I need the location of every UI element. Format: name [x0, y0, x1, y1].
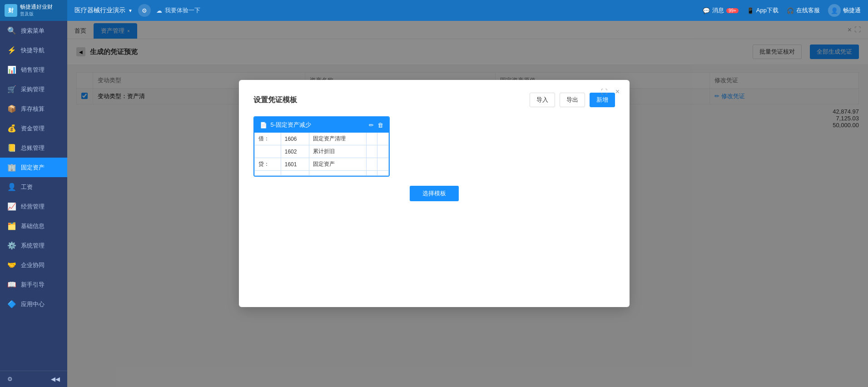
- import-button[interactable]: 导入: [530, 93, 555, 107]
- sidebar-item-guide[interactable]: 📖 新手引导: [0, 275, 67, 294]
- close-icon[interactable]: ×: [612, 86, 623, 97]
- sidebar-footer: ⚙ ◀◀: [0, 371, 67, 387]
- sidebar-label-inventory: 库存核算: [21, 105, 45, 113]
- user-icon: 👤: [7, 183, 16, 191]
- entry-code: [281, 171, 309, 176]
- export-button[interactable]: 导出: [560, 93, 585, 107]
- experience-label: 我要体验一下: [165, 6, 200, 15]
- money-icon: 💰: [7, 124, 16, 133]
- modal-set-template: 设置凭证模板 导入 导出 新增 ⛶ × 📄 5-固定资产减少 ✏ 🗑 借： 16…: [239, 80, 630, 307]
- experience-button[interactable]: ☁ 我要体验一下: [156, 6, 200, 15]
- entry-credit: [377, 145, 388, 158]
- lightning-icon: ⚡: [7, 46, 16, 55]
- chevron-down-icon: ▼: [128, 8, 133, 13]
- headset-icon: 🎧: [787, 7, 794, 14]
- sidebar-label-payroll: 工资: [21, 183, 33, 191]
- entry-debit: [367, 158, 377, 171]
- edit-template-icon[interactable]: ✏: [369, 122, 374, 129]
- sidebar-label-finance: 资金管理: [21, 124, 45, 133]
- logo-sub: 普及版: [20, 11, 53, 17]
- template-card-title: 5-固定资产减少: [271, 121, 312, 129]
- entry-code: 1602: [281, 145, 309, 158]
- gear-icon: ⚙️: [7, 241, 16, 250]
- entry-credit: [377, 158, 388, 171]
- entry-type: [254, 145, 281, 158]
- sidebar-label-enterprise: 企业协同: [21, 261, 45, 269]
- sidebar-item-operations[interactable]: 📈 经营管理: [0, 197, 67, 216]
- modal-header: 设置凭证模板 导入 导出 新增: [253, 93, 615, 107]
- entry-name: 固定资产清理: [309, 133, 366, 145]
- entry-debit: [367, 133, 377, 145]
- phone-icon: 📱: [747, 7, 754, 14]
- topbar-right: 💬 消息 99+ 📱 App下载 🎧 在线客服 👤 畅捷通: [703, 4, 868, 17]
- sidebar-item-ledger[interactable]: 📒 总账管理: [0, 138, 67, 158]
- online-service-button[interactable]: 🎧 在线客服: [787, 6, 820, 15]
- template-card-header-actions: ✏ 🗑: [369, 122, 383, 129]
- sidebar-item-purchase[interactable]: 🛒 采购管理: [0, 79, 67, 99]
- sidebar-item-payroll[interactable]: 👤 工资: [0, 177, 67, 197]
- avatar: 👤: [828, 4, 841, 17]
- chart-icon: 📊: [7, 65, 16, 74]
- message-button[interactable]: 💬 消息 99+: [703, 6, 739, 15]
- entry-code: 1606: [281, 133, 309, 145]
- entry-name: 累计折旧: [309, 145, 366, 158]
- sidebar-item-finance[interactable]: 💰 资金管理: [0, 119, 67, 138]
- message-badge: 99+: [726, 8, 739, 13]
- entry-debit: [367, 145, 377, 158]
- trending-icon: 📈: [7, 202, 16, 211]
- entry-debit: [367, 171, 377, 176]
- book-icon: 📒: [7, 144, 16, 152]
- logo-icon: 财: [5, 4, 17, 17]
- sidebar-item-system[interactable]: ⚙️ 系统管理: [0, 236, 67, 255]
- sidebar-label-quick-nav: 快捷导航: [21, 46, 45, 55]
- sidebar-item-quick-nav[interactable]: ⚡ 快捷导航: [0, 40, 67, 60]
- handshake-icon: 🤝: [7, 261, 16, 269]
- logo: 财 畅捷通好业财 普及版: [0, 0, 67, 21]
- sidebar-nav: 🔍 搜索菜单 ⚡ 快捷导航 📊 销售管理 🛒 采购管理 📦 库存核算 💰 资金管…: [0, 21, 67, 371]
- app-download-button[interactable]: 📱 App下载: [747, 6, 779, 15]
- sidebar-item-enterprise[interactable]: 🤝 企业协同: [0, 255, 67, 275]
- sidebar-label-fixed-assets: 固定资产: [21, 164, 45, 172]
- sidebar-label-ledger: 总账管理: [21, 144, 45, 152]
- message-label: 消息: [712, 6, 724, 15]
- template-entry-row-empty: [254, 171, 388, 176]
- sidebar-settings-icon[interactable]: ⚙: [7, 376, 13, 382]
- online-service-label: 在线客服: [796, 6, 820, 15]
- template-card: 📄 5-固定资产减少 ✏ 🗑 借： 1606 固定资产清理 1602: [253, 116, 390, 177]
- entry-credit: [377, 133, 388, 145]
- template-entries-table: 借： 1606 固定资产清理 1602 累计折旧 贷： 1601 固定资产: [254, 133, 389, 176]
- sidebar-collapse-icon[interactable]: ◀◀: [51, 376, 60, 382]
- entry-code: 1601: [281, 158, 309, 171]
- logo-name: 畅捷通好业财: [20, 4, 53, 11]
- sidebar-item-app-center[interactable]: 🔷 应用中心: [0, 294, 67, 314]
- company-name: 医疗器械行业演示: [74, 6, 125, 15]
- settings-icon[interactable]: ⚙: [138, 4, 151, 17]
- document-icon: 📄: [260, 122, 267, 129]
- sidebar-item-search[interactable]: 🔍 搜索菜单: [0, 21, 67, 40]
- sidebar-item-base-info[interactable]: 🗂️ 基础信息: [0, 216, 67, 236]
- entry-name: [309, 171, 366, 176]
- sidebar-item-sales[interactable]: 📊 销售管理: [0, 60, 67, 79]
- template-entry-row: 贷： 1601 固定资产: [254, 158, 388, 171]
- template-card-header: 📄 5-固定资产减少 ✏ 🗑: [254, 117, 389, 133]
- folder-icon: 🗂️: [7, 222, 16, 230]
- user-menu[interactable]: 👤 畅捷通: [828, 4, 861, 17]
- building-icon: 🏢: [7, 163, 16, 172]
- sidebar-item-inventory[interactable]: 📦 库存核算: [0, 99, 67, 119]
- company-selector[interactable]: 医疗器械行业演示 ▼: [74, 6, 133, 15]
- app-download-label: App下载: [756, 6, 779, 15]
- sidebar-label-base-info: 基础信息: [21, 222, 45, 230]
- sidebar-label-app-center: 应用中心: [21, 300, 45, 308]
- sidebar-label-system: 系统管理: [21, 242, 45, 250]
- maximize-icon[interactable]: ⛶: [599, 86, 610, 97]
- delete-template-icon[interactable]: 🗑: [377, 122, 383, 129]
- select-template-button[interactable]: 选择模板: [410, 186, 459, 201]
- cart-icon: 🛒: [7, 85, 16, 94]
- cloud-icon: ☁: [156, 7, 162, 14]
- sidebar-item-fixed-assets[interactable]: 🏢 固定资产: [0, 158, 67, 177]
- entry-type: 贷：: [254, 158, 281, 171]
- entry-name: 固定资产: [309, 158, 366, 171]
- entry-credit: [377, 171, 388, 176]
- search-icon: 🔍: [7, 26, 16, 35]
- diamond-icon: 🔷: [7, 300, 16, 308]
